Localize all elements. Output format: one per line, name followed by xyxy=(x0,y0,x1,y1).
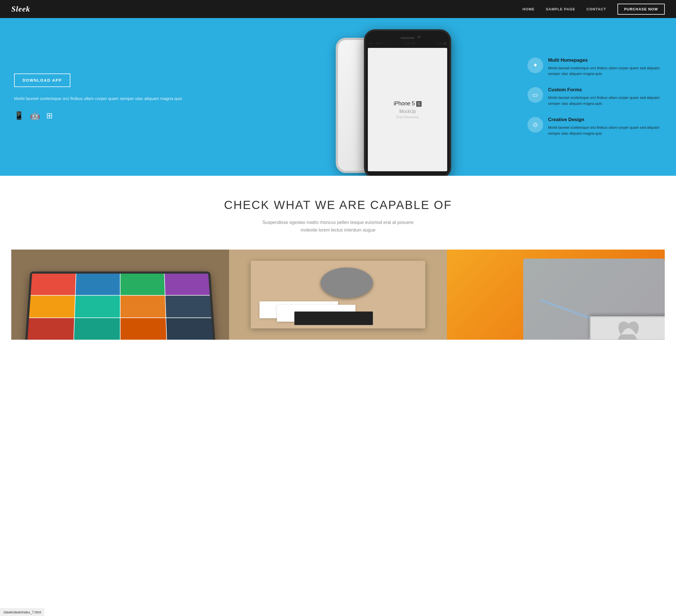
tablet-cell-8 xyxy=(166,296,211,318)
portfolio-item-stationery[interactable] xyxy=(229,250,447,340)
portfolio-item-person[interactable] xyxy=(447,250,665,340)
capabilities-heading: CHECK WHAT WE ARE CAPABLE OF xyxy=(11,198,665,212)
tablet-cell-4 xyxy=(165,274,210,295)
tablet-cell-7 xyxy=(120,296,166,318)
android-icon: 🤖 xyxy=(30,111,40,120)
card-3 xyxy=(294,311,373,325)
hero-phone-mockup: ●●○○ BELL ≋ 4:21 PM * 100% ▓ iPhone 5 S … xyxy=(257,18,527,176)
creative-design-desc: Morbi laoreet scelerisque orci finibus u… xyxy=(548,125,668,137)
battery-indicator: * 100% ▓ xyxy=(435,42,446,45)
phone-speaker xyxy=(400,37,414,39)
mobile-icon: 📱 xyxy=(14,111,24,120)
phone-camera xyxy=(418,36,420,38)
capabilities-section: CHECK WHAT WE ARE CAPABLE OF Suspendisse… xyxy=(0,176,676,357)
apple-icon-path xyxy=(616,322,639,340)
person-container xyxy=(447,250,665,340)
hero-description: Morbi laoreet scelerisque orci finibus u… xyxy=(14,95,243,102)
custom-forms-text: Custom Forms Morbi laoreet scelerisque o… xyxy=(548,87,668,107)
phone-screen-small: Free Resource xyxy=(396,115,418,119)
custom-forms-desc: Morbi laoreet scelerisque orci finibus u… xyxy=(548,95,668,107)
phone-front: ●●○○ BELL ≋ 4:21 PM * 100% ▓ iPhone 5 S … xyxy=(364,29,451,176)
tablet-cell-5 xyxy=(29,296,75,318)
platform-icons: 📱 🤖 ⊞ xyxy=(14,111,243,120)
tablet-cell-11 xyxy=(120,318,166,340)
download-app-button[interactable]: DOWNLOAD APP xyxy=(14,73,70,87)
tablet-mockup xyxy=(25,271,216,340)
laptop-screen xyxy=(591,317,665,339)
custom-forms-icon: ▭ xyxy=(527,87,543,103)
logo: Sleek xyxy=(11,4,30,13)
phone-status-bar: ●●○○ BELL ≋ 4:21 PM * 100% ▓ xyxy=(365,41,449,46)
apple-logo xyxy=(598,318,659,340)
creative-design-text: Creative Design Morbi laoreet scelerisqu… xyxy=(548,117,668,137)
feature-creative-design: ⊙ Creative Design Morbi laoreet sceleris… xyxy=(527,117,668,137)
nav-links: HOME SAMPLE PAGE CONTACT PURCHASE NOW xyxy=(522,4,665,15)
multi-homepages-text: Multi Homepages Morbi laoreet scelerisqu… xyxy=(548,57,668,77)
multi-homepages-icon: ✦ xyxy=(527,57,543,73)
windows-icon: ⊞ xyxy=(46,111,53,120)
stationery-items xyxy=(251,261,425,328)
feature-custom-forms: ▭ Custom Forms Morbi laoreet scelerisque… xyxy=(527,87,668,107)
creative-design-title: Creative Design xyxy=(548,117,668,122)
tablet-cell-2 xyxy=(75,274,120,295)
multi-homepages-desc: Morbi laoreet scelerisque orci finibus u… xyxy=(548,65,668,77)
tablet-screen xyxy=(27,274,213,340)
navbar: Sleek HOME SAMPLE PAGE CONTACT PURCHASE … xyxy=(0,0,676,18)
phone-screen-title: iPhone 5 S xyxy=(394,100,421,107)
custom-forms-title: Custom Forms xyxy=(548,87,668,93)
multi-homepages-title: Multi Homepages xyxy=(548,57,668,63)
stamp-object xyxy=(321,268,373,298)
laptop xyxy=(589,316,665,340)
hero-left: DOWNLOAD APP Morbi laoreet scelerisque o… xyxy=(0,18,257,176)
nav-sample-page[interactable]: SAMPLE PAGE xyxy=(546,7,575,11)
capabilities-subtext: Suspendisse egestas mattis rhoncus pelle… xyxy=(259,218,417,234)
nav-contact[interactable]: CONTACT xyxy=(586,7,606,11)
phone-container: ●●○○ BELL ≋ 4:21 PM * 100% ▓ iPhone 5 S … xyxy=(333,29,451,176)
time-display: 4:21 PM xyxy=(405,42,415,45)
person-silhouette-area xyxy=(523,250,665,340)
feature-multi-homepages: ✦ Multi Homepages Morbi laoreet sceleris… xyxy=(527,57,668,77)
hero-features: ✦ Multi Homepages Morbi laoreet sceleris… xyxy=(527,18,676,176)
tablet-cell-10 xyxy=(74,318,120,340)
person-body xyxy=(523,259,665,340)
purchase-button[interactable]: PURCHASE NOW xyxy=(617,4,665,15)
portfolio-grid xyxy=(11,250,665,340)
tablet-cell-1 xyxy=(31,274,76,295)
tablet-cell-12 xyxy=(166,318,213,340)
tablet-cell-9 xyxy=(27,318,74,340)
tablet-cell-6 xyxy=(75,296,120,318)
creative-design-icon: ⊙ xyxy=(527,117,543,133)
signal-indicator: ●●○○ BELL ≋ xyxy=(369,42,385,45)
portfolio-item-tablet[interactable] xyxy=(11,250,229,340)
stationery-container xyxy=(229,250,447,340)
nav-home[interactable]: HOME xyxy=(522,7,534,11)
hero-section: DOWNLOAD APP Morbi laoreet scelerisque o… xyxy=(0,18,676,176)
phone-screen: iPhone 5 S MockUp Free Resource xyxy=(368,48,447,171)
phone-screen-subtitle: MockUp xyxy=(399,109,416,114)
tablet-cell-3 xyxy=(120,274,165,295)
